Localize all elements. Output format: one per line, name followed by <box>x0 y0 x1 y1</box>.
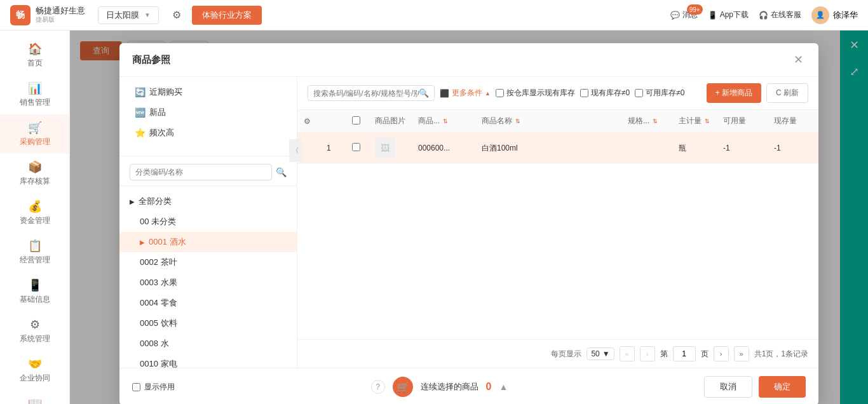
th-avail: 可用量 <box>717 110 768 133</box>
logo-text: 畅捷通好生意 <box>36 6 85 16</box>
message-button[interactable]: 💬 消息 99+ <box>670 10 698 20</box>
first-page-button[interactable]: « <box>620 346 635 361</box>
page-size-arrow: ▼ <box>602 349 610 358</box>
checkbox-avail-label[interactable]: 可用库存≠0 <box>635 88 684 98</box>
sort-name-icon: ⇅ <box>515 118 520 125</box>
content-area: 查询 设置 刷新 ✕ ⤢ 商品参照 ✕ <box>70 30 868 404</box>
next-page-button[interactable]: › <box>714 346 729 361</box>
add-product-button[interactable]: + 新增商品 <box>707 83 761 103</box>
product-search-bar[interactable]: 🔍 <box>308 85 435 101</box>
sidebar-item-sales[interactable]: 📊 销售管理 <box>0 75 69 114</box>
cart-icon-button[interactable]: 🛒 <box>393 377 413 397</box>
confirm-button[interactable]: 确定 <box>759 376 806 398</box>
sort-spec-icon: ⇅ <box>653 118 658 125</box>
page-number-input[interactable] <box>673 346 696 361</box>
td-name: 白酒100ml <box>475 133 621 164</box>
quick-link-recent[interactable]: 🔄 近期购买 <box>130 82 287 102</box>
select-all-checkbox[interactable] <box>352 116 360 125</box>
help-icon-button[interactable]: ? <box>371 380 385 394</box>
product-table-wrapper: ⚙ 商品图片 <box>297 110 818 339</box>
checkbox-avail[interactable] <box>635 89 643 97</box>
sidebar-item-purchase[interactable]: 🛒 采购管理 <box>0 114 69 154</box>
td-stock: -1 <box>768 133 818 164</box>
headset-icon: 🎧 <box>759 11 768 20</box>
sidebar-item-operation[interactable]: 📋 经营管理 <box>0 232 69 272</box>
trial-button[interactable]: 体验行业方案 <box>192 6 262 25</box>
refresh-button[interactable]: C 刷新 <box>766 83 808 103</box>
prev-page-button[interactable]: ‹ <box>640 346 655 361</box>
row-checkbox[interactable] <box>352 143 360 151</box>
category-appliances[interactable]: 0010 家电 <box>119 354 297 368</box>
product-search-input[interactable] <box>313 89 419 98</box>
category-search-input[interactable] <box>130 164 272 180</box>
recent-icon: 🔄 <box>135 87 146 97</box>
last-page-button[interactable]: » <box>734 346 749 361</box>
gear-col-icon[interactable]: ⚙ <box>304 117 311 126</box>
show-disabled-label[interactable]: 显示停用 <box>132 382 175 393</box>
td-code: 000600... <box>412 133 475 164</box>
checkbox-stock[interactable] <box>580 89 588 97</box>
sidebar-item-inventory[interactable]: 📦 库存核算 <box>0 154 69 193</box>
product-search-icon[interactable]: 🔍 <box>419 88 429 98</box>
online-service-button[interactable]: 🎧 在线客服 <box>759 10 801 20</box>
user-area[interactable]: 👤 徐泽华 <box>811 6 858 24</box>
th-unit[interactable]: 主计量 ⇅ <box>672 110 717 133</box>
nav-dropdown[interactable]: 日太阳膜 ▼ <box>98 6 159 24</box>
new-icon: 🆕 <box>135 107 146 118</box>
sidebar-label-basic: 基础信息 <box>20 294 50 305</box>
sidebar-item-finance[interactable]: 💰 资金管理 <box>0 193 69 232</box>
th-spec[interactable]: 规格... ⇅ <box>621 110 672 133</box>
footer-center: ? 🛒 连续选择的商品 0 ▲ <box>371 377 508 397</box>
gear-button[interactable]: ⚙ <box>166 5 187 25</box>
category-search-icon[interactable]: 🔍 <box>276 167 287 177</box>
checkbox-warehouse[interactable] <box>496 89 504 97</box>
cart-count: 0 <box>486 381 492 393</box>
sidebar-item-basic[interactable]: 📱 基础信息 <box>0 272 69 311</box>
quick-link-new[interactable]: 🆕 新品 <box>130 102 287 123</box>
th-name[interactable]: 商品名称 ⇅ <box>475 110 621 133</box>
arrow-alcohol: ▶ <box>140 239 145 246</box>
left-panel-collapse-btn[interactable]: 《 <box>289 139 302 162</box>
sidebar-item-collab[interactable]: 🤝 企业协同 <box>0 351 69 390</box>
category-fruit[interactable]: 0003 水果 <box>119 273 297 293</box>
checkbox-stock-label[interactable]: 现有库存≠0 <box>580 88 630 98</box>
td-unit: 瓶 <box>672 133 717 164</box>
page-size-select[interactable]: 50 ▼ <box>587 347 614 360</box>
td-no: 1 <box>320 133 346 164</box>
page-size-label: 每页显示 <box>551 349 581 360</box>
category-tea[interactable]: 0002 茶叶 <box>119 252 297 273</box>
category-unclassified[interactable]: 00 未分类 <box>119 212 297 232</box>
logo-area: 畅 畅捷通好生意 捷易版 <box>10 5 85 25</box>
sidebar-item-home[interactable]: 🏠 首页 <box>0 36 69 75</box>
sidebar-item-system[interactable]: ⚙ 系统管理 <box>0 311 69 351</box>
td-check[interactable] <box>346 133 369 164</box>
category-snacks[interactable]: 0004 零食 <box>119 293 297 313</box>
sales-icon: 📊 <box>28 81 42 95</box>
cancel-button[interactable]: 取消 <box>704 376 752 398</box>
collab-icon: 🤝 <box>28 357 42 371</box>
sidebar-item-guide[interactable]: 📖 新手引导 <box>0 390 69 404</box>
modal-body: 🔄 近期购买 🆕 新品 ⭐ 频次高 <box>119 77 818 368</box>
th-img: 商品图片 <box>369 110 412 133</box>
quick-link-frequent[interactable]: ⭐ 频次高 <box>130 123 287 143</box>
modal-title: 商品参照 <box>132 54 170 66</box>
category-alcohol[interactable]: ▶ 0001 酒水 <box>119 232 297 252</box>
td-spec <box>621 133 672 164</box>
show-disabled-checkbox[interactable] <box>132 383 140 391</box>
checkbox-warehouse-label[interactable]: 按仓库显示现有库存 <box>496 88 575 98</box>
app-download-button[interactable]: 📱 App下载 <box>708 10 749 20</box>
filter-button[interactable]: ⬛ 更多条件 ▲ <box>440 88 491 98</box>
category-drinks[interactable]: 0005 饮料 <box>119 313 297 333</box>
category-tree: ▶ 全部分类 00 未分类 ▶ 0001 酒水 0002 茶 <box>119 186 297 368</box>
table-row[interactable]: 1 🖼 <box>297 133 818 164</box>
th-code[interactable]: 商品... ⇅ <box>412 110 475 133</box>
modal-close-button[interactable]: ✕ <box>790 52 806 67</box>
collapse-up-button[interactable]: ▲ <box>499 382 508 392</box>
category-all[interactable]: ▶ 全部分类 <box>119 191 297 212</box>
page-total: 共1页，1条记录 <box>754 349 808 360</box>
user-avatar: 👤 <box>811 6 829 24</box>
basic-icon: 📱 <box>28 278 42 292</box>
category-water[interactable]: 0008 水 <box>119 333 297 354</box>
arrow-all: ▶ <box>130 198 135 205</box>
page-pre-label: 第 <box>660 349 668 360</box>
